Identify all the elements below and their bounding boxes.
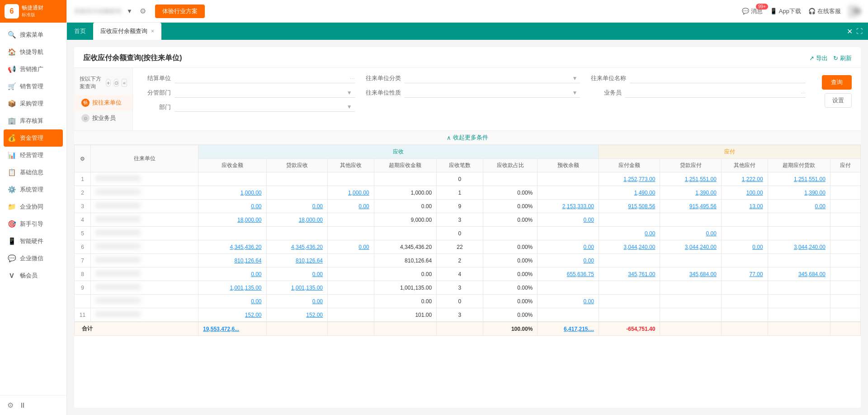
row-ar-amount xyxy=(198,227,266,240)
sidebar-item-finance[interactable]: 💰 资金管理 xyxy=(4,129,63,147)
data-table: ⚙ 往来单位 应收 应付 应收金额 贷款应收 其他应收 超期应收金额 应收笔数 … xyxy=(74,145,861,336)
header-dropdown[interactable]: ▼ xyxy=(127,8,132,14)
tab-maximize-button[interactable]: ⛶ xyxy=(856,28,863,35)
row-ar-prepay xyxy=(538,172,599,186)
row-ap-overdue: 1,251,551.00 xyxy=(768,172,830,186)
row-ar-ratio: 0.00% xyxy=(483,213,538,227)
marketing-icon: 📢 xyxy=(7,65,16,73)
filter-input-salesperson[interactable]: ··· xyxy=(625,88,806,98)
row-ar-loan xyxy=(266,227,328,240)
header-gear-icon[interactable]: ⚙ xyxy=(140,7,146,15)
sidebar-item-operation[interactable]: 📊 经营管理 xyxy=(0,147,66,164)
sidebar-item-sales[interactable]: 🛒 销售管理 xyxy=(0,78,66,95)
tab-close-icon[interactable]: × xyxy=(151,28,154,34)
table-settings-header[interactable]: ⚙ xyxy=(75,145,91,172)
row-ar-prepay: 2,153,333.00 xyxy=(538,200,599,213)
settings-icon[interactable]: ⚙ xyxy=(7,401,14,410)
col-ap-other: 其他应付 xyxy=(721,159,768,172)
online-service-button[interactable]: 🎧 在线客服 xyxy=(808,7,841,15)
row-ap-loan xyxy=(660,295,722,308)
row-ap-other xyxy=(721,308,768,322)
filter-input-nature[interactable]: ▼ xyxy=(405,88,580,98)
collapse-more-button[interactable]: ∧ 收起更多条件 xyxy=(74,130,861,144)
refresh-button[interactable]: ↻ 刷新 xyxy=(833,54,852,62)
col-ar-loan: 贷款应收 xyxy=(266,159,328,172)
filter-label-salesperson: 业务员 xyxy=(591,89,622,97)
category-chevron-icon[interactable]: ▼ xyxy=(572,75,577,81)
table-row: 11 152.00 152.00 101.00 3 0.00% xyxy=(75,308,861,322)
tab-close-window-button[interactable]: ✕ xyxy=(847,27,853,36)
user-avatar[interactable]: Rit xyxy=(848,5,861,18)
sidebar-item-guide[interactable]: 🎯 新手引导 xyxy=(0,215,66,233)
sidebar-item-wechat[interactable]: 💬 企业微信 xyxy=(0,250,66,267)
row-ap-suffix xyxy=(830,172,860,186)
row-ar-amount xyxy=(198,172,266,186)
row-ap-suffix xyxy=(830,186,860,200)
filter-label-nature: 往来单位性质 xyxy=(366,89,401,97)
row-ar-other xyxy=(328,172,374,186)
row-ap-amount: 345,761.00 xyxy=(599,267,660,281)
row-ar-overdue: 9,000.00 xyxy=(374,213,436,227)
export-button[interactable]: ↗ 导出 xyxy=(809,54,828,62)
row-ap-loan: 1,251,551.00 xyxy=(660,172,722,186)
query-button[interactable]: 查询 xyxy=(822,75,852,90)
filter-label-category: 往来单位分类 xyxy=(366,74,401,82)
sidebar-item-nav[interactable]: 🏠 快捷导航 xyxy=(0,43,66,61)
filter-input-category[interactable]: ▼ xyxy=(405,74,580,83)
sidebar-item-hardware[interactable]: 📱 智能硬件 xyxy=(0,233,66,250)
scheme-collapse-button[interactable]: « xyxy=(122,79,127,87)
sidebar-item-marketing[interactable]: 📢 营销推广 xyxy=(0,61,66,78)
salesperson-input[interactable] xyxy=(625,89,801,96)
partner-name-input[interactable] xyxy=(630,75,806,81)
service-icon: 🎧 xyxy=(808,8,816,14)
row-ar-amount: 0.00 xyxy=(198,200,266,213)
logo-text: 畅捷通财 xyxy=(22,5,43,12)
filter-settings-button[interactable]: 设置 xyxy=(825,93,852,108)
filter-input-subdept[interactable]: ▼ xyxy=(175,102,355,112)
row-ar-overdue: 810,126.64 xyxy=(374,254,436,267)
sidebar-item-system[interactable]: ⚙️ 系统管理 xyxy=(0,181,66,198)
filter-input-name[interactable] xyxy=(630,73,806,83)
sidebar-item-basic[interactable]: 📋 基础信息 xyxy=(0,164,66,181)
sidebar-label-system: 系统管理 xyxy=(20,186,43,194)
scheme-item-partner[interactable]: 畅 按往来单位 xyxy=(74,95,132,110)
sidebar-item-inventory[interactable]: 🏢 库存核算 xyxy=(0,112,66,129)
message-button[interactable]: 💬 消息 99+ xyxy=(742,7,763,15)
dept-chevron-icon[interactable]: ▼ xyxy=(347,90,352,96)
row-ar-loan: 0.00 xyxy=(266,295,328,308)
trial-button[interactable]: 体验行业方案 xyxy=(155,5,205,18)
filter-label-dept: 分管部门 xyxy=(140,89,171,97)
sidebar-item-search[interactable]: 🔍 搜索菜单 xyxy=(0,26,66,43)
sales-icon: 🛒 xyxy=(7,82,16,91)
add-scheme-button[interactable]: + xyxy=(106,79,111,87)
scheme-item-sales[interactable]: ⊙ 按业务员 xyxy=(74,110,132,126)
message-badge: 99+ xyxy=(756,4,768,10)
table-row: 9 1,001,135.00 1,001,135.00 1,001,135.00… xyxy=(75,281,861,295)
app-download-button[interactable]: 📱 App下载 xyxy=(770,7,801,15)
sidebar-item-purchase[interactable]: 📦 采购管理 xyxy=(0,95,66,112)
tab-ar-query[interactable]: 应收应付余额查询 × xyxy=(93,23,161,40)
collapse-icon[interactable]: ⏸ xyxy=(19,401,26,410)
subdept-chevron-icon[interactable]: ▼ xyxy=(347,104,352,110)
settlement-input[interactable] xyxy=(175,75,350,81)
sidebar-item-collab[interactable]: 📁 企业协同 xyxy=(0,198,66,215)
inventory-icon: 🏢 xyxy=(7,117,16,125)
row-ar-prepay xyxy=(538,281,599,295)
nature-chevron-icon[interactable]: ▼ xyxy=(572,90,577,96)
tab-home[interactable]: 首页 xyxy=(67,23,93,40)
salesperson-dots-icon[interactable]: ··· xyxy=(801,89,806,96)
filter-cell-subdept: 部门 ▼ xyxy=(140,102,355,112)
filter-input-dept[interactable]: ▼ xyxy=(175,88,355,98)
row-ap-other xyxy=(721,227,768,240)
filter-input-settlement[interactable]: ··· xyxy=(175,73,355,83)
row-ar-count: 4 xyxy=(437,267,483,281)
row-ap-amount: 1,490.00 xyxy=(599,186,660,200)
sidebar-item-vip[interactable]: V 畅会员 xyxy=(0,267,66,284)
logo-text-block: 畅捷通财 标准版 xyxy=(22,5,43,18)
row-ar-loan: 152.00 xyxy=(266,308,328,322)
scheme-header: 按以下方案查询 + ⊙ « xyxy=(74,72,132,95)
table-container: ⚙ 往来单位 应收 应付 应收金额 贷款应收 其他应收 超期应收金额 应收笔数 … xyxy=(74,145,861,336)
row-ar-other xyxy=(328,267,374,281)
scheme-settings-button[interactable]: ⊙ xyxy=(113,79,119,87)
settlement-dots-icon[interactable]: ··· xyxy=(350,75,355,81)
